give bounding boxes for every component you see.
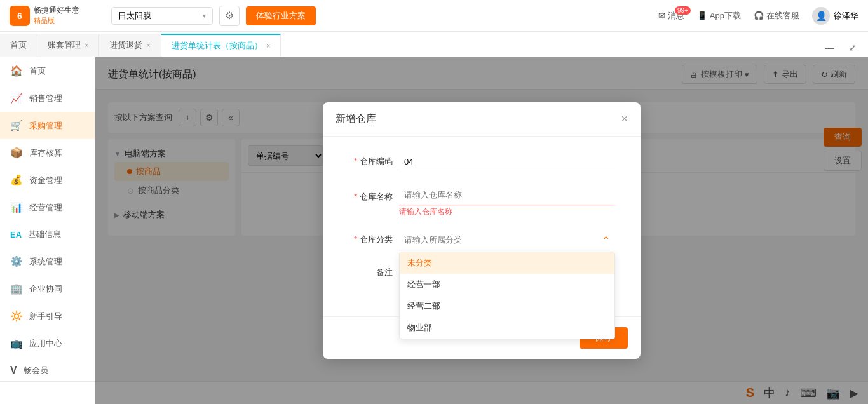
basic-info-icon: EA <box>10 230 22 239</box>
sidebar-item-finance[interactable]: 💰 资金管理 <box>0 166 95 194</box>
warehouse-category-label: 仓库分类 <box>348 230 399 245</box>
sidebar-item-purchase-label: 采购管理 <box>29 120 62 131</box>
warehouse-name-input[interactable] <box>399 185 615 205</box>
sidebar-item-home[interactable]: 🏠 首页 <box>0 57 95 84</box>
warehouse-code-input[interactable] <box>399 152 615 172</box>
avatar: 👤 <box>812 7 830 25</box>
app-download-label: App下载 <box>710 10 741 22</box>
dialog-title: 新增仓库 <box>336 112 376 126</box>
dropdown-item-dept2[interactable]: 经营二部 <box>400 295 614 317</box>
sidebar-item-basic-info-label: 基础信息 <box>28 229 61 240</box>
trial-button[interactable]: 体验行业方案 <box>246 6 316 25</box>
sidebar-item-sales-label: 销售管理 <box>29 93 62 104</box>
sidebar-item-operations[interactable]: 📊 经营管理 <box>0 194 95 221</box>
sidebar-item-inventory[interactable]: 📦 库存核算 <box>0 139 95 166</box>
inventory-icon: 📦 <box>10 147 23 159</box>
headset-icon: 🎧 <box>754 11 764 20</box>
tab-accounts[interactable]: 账套管理 × <box>37 34 99 57</box>
enterprise-icon: 🏢 <box>10 283 23 295</box>
tab-purchase-stats[interactable]: 进货单统计表（按商品） × <box>161 34 281 57</box>
tab-purchase-return-label: 进货退货 <box>109 39 142 51</box>
sidebar-item-apps[interactable]: 📺 应用中心 <box>0 330 95 357</box>
header-right: ✉ 消息 99+ 📱 App下载 🎧 在线客服 👤 徐泽华 <box>658 7 858 25</box>
tab-home[interactable]: 首页 <box>0 34 37 57</box>
apps-icon: 📺 <box>10 337 23 349</box>
tab-home-label: 首页 <box>10 39 27 51</box>
tab-purchase-stats-label: 进货单统计表（按商品） <box>172 40 262 51</box>
sidebar-item-newbie[interactable]: 🔆 新手引导 <box>0 302 95 330</box>
main-layout: 🏠 首页 📈 销售管理 🛒 采购管理 📦 库存核算 💰 资金管理 📊 经营管理 … <box>0 57 868 404</box>
gear-button[interactable]: ⚙ <box>219 6 240 26</box>
app-download-item[interactable]: 📱 App下载 <box>697 10 741 22</box>
sidebar-item-apps-label: 应用中心 <box>29 338 62 349</box>
finance-icon: 💰 <box>10 174 23 186</box>
form-row-name: 仓库名称 请输入仓库名称 <box>348 185 615 217</box>
warehouse-category-input[interactable] <box>399 230 615 250</box>
logo-area: 6 畅捷通好生意 精品版 <box>10 6 105 26</box>
sidebar-item-member[interactable]: V 畅会员 <box>0 357 95 384</box>
dialog-body: 仓库编码 仓库名称 请输入仓库名称 仓库分类 ⌃ <box>323 137 641 316</box>
store-name: 日太阳膜 <box>118 10 200 22</box>
dropdown-item-dept1[interactable]: 经营一部 <box>400 274 614 295</box>
user-area[interactable]: 👤 徐泽华 <box>812 7 858 25</box>
logo-text: 畅捷通好生意 精品版 <box>34 6 79 25</box>
user-name: 徐泽华 <box>834 10 858 22</box>
sidebar-item-home-label: 首页 <box>29 65 46 77</box>
warehouse-name-error: 请输入仓库名称 <box>348 206 452 217</box>
tab-accounts-close[interactable]: × <box>85 41 88 49</box>
sidebar-item-inventory-label: 库存核算 <box>29 147 62 159</box>
form-row-category: 仓库分类 ⌃ 未分类 经营一部 经营二部 物业部 <box>348 230 615 250</box>
category-dropdown-arrow[interactable]: ⌃ <box>602 234 610 246</box>
sidebar-item-member-label: 畅会员 <box>24 365 48 376</box>
chevron-down-icon: ▾ <box>203 12 206 19</box>
nav-tab-actions: — ⤢ <box>821 39 868 57</box>
system-icon: ⚙️ <box>10 255 23 267</box>
newbie-icon: 🔆 <box>10 310 23 322</box>
sidebar-item-finance-label: 资金管理 <box>29 175 62 186</box>
page-content: 进货单统计(按商品) 🖨 按模板打印 ▾ ⬆ 导出 ↻ 刷新 <box>95 57 868 404</box>
online-service-item[interactable]: 🎧 在线客服 <box>754 10 799 22</box>
category-select-wrapper: ⌃ 未分类 经营一部 经营二部 物业部 <box>399 230 615 250</box>
notes-label: 备注 <box>348 263 399 278</box>
online-service-label: 在线客服 <box>766 10 799 22</box>
sidebar-item-system[interactable]: ⚙️ 系统管理 <box>0 248 95 275</box>
purchase-icon: 🛒 <box>10 119 23 131</box>
message-icon: ✉ <box>658 11 665 20</box>
sidebar-item-enterprise-label: 企业协同 <box>29 283 62 295</box>
warehouse-name-label: 仓库名称 <box>348 187 399 203</box>
tab-purchase-return[interactable]: 进货退货 × <box>99 34 161 57</box>
messages-item[interactable]: ✉ 消息 99+ <box>658 10 684 22</box>
messages-badge: 99+ <box>675 6 691 15</box>
dropdown-item-unclassified[interactable]: 未分类 <box>400 252 614 274</box>
warehouse-code-label: 仓库编码 <box>348 152 399 167</box>
dialog-close-button[interactable]: × <box>621 112 628 126</box>
store-selector[interactable]: 日太阳膜 ▾ <box>111 7 213 25</box>
nav-expand-button[interactable]: ⤢ <box>844 39 862 57</box>
member-icon: V <box>10 365 17 376</box>
tab-accounts-label: 账套管理 <box>48 39 81 51</box>
logo-icon: 6 <box>10 6 30 26</box>
sidebar-item-system-label: 系统管理 <box>29 256 62 267</box>
nav-minimize-button[interactable]: — <box>821 39 839 57</box>
sidebar-item-basic-info[interactable]: EA 基础信息 <box>0 221 95 248</box>
sales-icon: 📈 <box>10 92 23 104</box>
operations-icon: 📊 <box>10 201 23 213</box>
sidebar: 🏠 首页 📈 销售管理 🛒 采购管理 📦 库存核算 💰 资金管理 📊 经营管理 … <box>0 57 95 404</box>
sidebar-item-enterprise[interactable]: 🏢 企业协同 <box>0 275 95 302</box>
sidebar-item-operations-label: 经营管理 <box>29 202 62 213</box>
sidebar-item-purchase[interactable]: 🛒 采购管理 <box>0 112 95 139</box>
phone-icon: 📱 <box>697 11 707 20</box>
nav-tabs: 首页 账套管理 × 进货退货 × 进货单统计表（按商品） × — ⤢ <box>0 32 868 57</box>
dialog-header: 新增仓库 × <box>323 102 641 137</box>
tab-purchase-return-close[interactable]: × <box>146 41 150 49</box>
category-dropdown-list: 未分类 经营一部 经营二部 物业部 <box>399 252 615 339</box>
form-row-code: 仓库编码 <box>348 152 615 172</box>
sidebar-item-newbie-label: 新手引导 <box>29 311 62 322</box>
home-icon: 🏠 <box>10 65 23 77</box>
sidebar-item-sales[interactable]: 📈 销售管理 <box>0 84 95 112</box>
top-header: 6 畅捷通好生意 精品版 日太阳膜 ▾ ⚙ 体验行业方案 ✉ 消息 99+ 📱 … <box>0 0 868 32</box>
tab-purchase-stats-close[interactable]: × <box>266 42 270 50</box>
warehouse-dialog: 新增仓库 × 仓库编码 仓库名称 请输入仓库名称 <box>323 102 641 359</box>
dropdown-item-property[interactable]: 物业部 <box>400 317 614 339</box>
